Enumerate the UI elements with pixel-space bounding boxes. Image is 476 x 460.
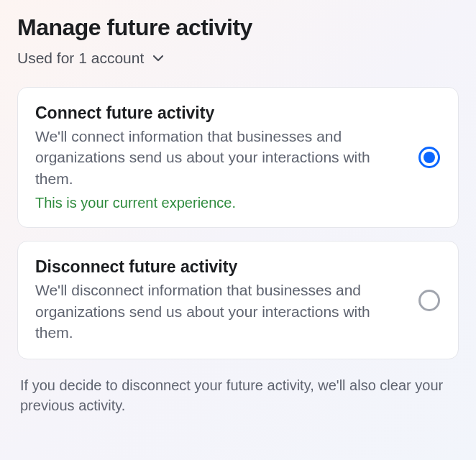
option-current-note: This is your current experience. bbox=[35, 195, 403, 211]
option-title: Disconnect future activity bbox=[35, 257, 403, 277]
radio-outer-icon bbox=[418, 147, 440, 168]
option-title: Connect future activity bbox=[35, 104, 403, 123]
option-description: We'll disconnect information that busine… bbox=[35, 280, 403, 343]
option-disconnect[interactable]: Disconnect future activity We'll disconn… bbox=[17, 241, 459, 359]
account-label: Used for 1 account bbox=[17, 50, 144, 67]
radio-inner-icon bbox=[424, 152, 435, 163]
chevron-down-icon bbox=[151, 51, 165, 65]
page-title: Manage future activity bbox=[17, 14, 459, 41]
option-connect[interactable]: Connect future activity We'll connect in… bbox=[17, 87, 459, 228]
option-disconnect-content: Disconnect future activity We'll disconn… bbox=[35, 257, 403, 343]
radio-connect[interactable] bbox=[418, 146, 441, 169]
account-selector[interactable]: Used for 1 account bbox=[17, 50, 459, 67]
radio-disconnect[interactable] bbox=[418, 289, 441, 312]
footer-note: If you decide to disconnect your future … bbox=[17, 372, 459, 415]
option-description: We'll connect information that businesse… bbox=[35, 126, 403, 189]
radio-outer-icon bbox=[418, 290, 440, 311]
option-connect-content: Connect future activity We'll connect in… bbox=[35, 104, 403, 211]
